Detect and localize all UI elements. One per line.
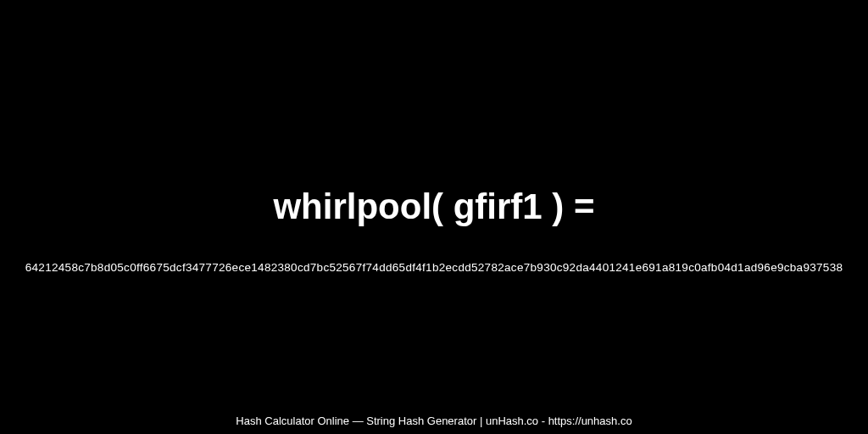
main-content: whirlpool( gfirf1 ) = 64212458c7b8d05c0f… [25,186,843,274]
footer-text: Hash Calculator Online — String Hash Gen… [0,415,868,427]
hash-output: 64212458c7b8d05c0ff6675dcf3477726ece1482… [25,261,843,274]
hash-expression: whirlpool( gfirf1 ) = [273,186,594,227]
